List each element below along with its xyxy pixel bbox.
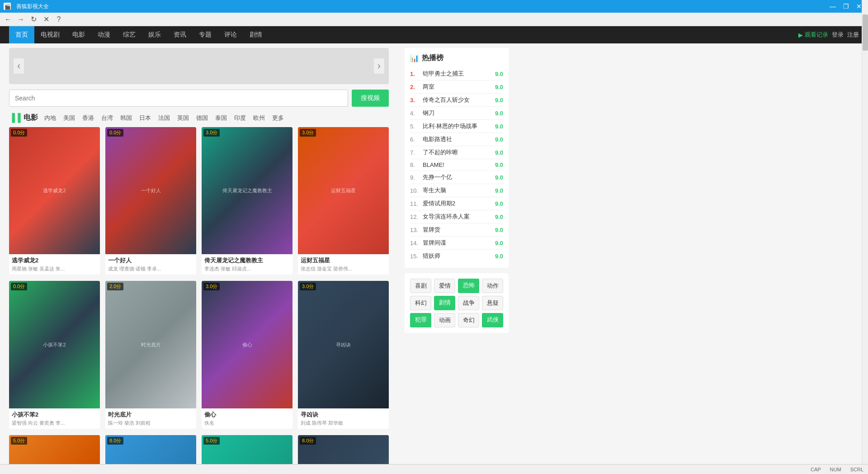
status-cap: CAP [811, 467, 821, 472]
search-bar: 搜视频 [9, 90, 389, 107]
genre-grid: 喜剧 爱情 恐怖 动作 科幻 剧情 战争 悬疑 犯罪 动画 奇幻 武侠 [410, 279, 503, 327]
hot-item-10[interactable]: 10. 寄生大脑 9.0 [410, 184, 503, 197]
nav-item-review[interactable]: 评论 [218, 26, 243, 43]
hot-item-13[interactable]: 13. 冒牌货 9.0 [410, 223, 503, 237]
poster-5: 小孩不笨2 [9, 281, 100, 408]
poster-6: 时光底片 [105, 281, 196, 408]
nav-item-movie[interactable]: 电影 [66, 26, 91, 43]
genre-scifi[interactable]: 科幻 [410, 296, 431, 310]
filter-tw[interactable]: 台湾 [99, 114, 115, 123]
filter-eu[interactable]: 欧州 [251, 114, 267, 123]
watch-history-link[interactable]: ▶ 观看记录 [798, 31, 828, 39]
filter-kr[interactable]: 韩国 [118, 114, 134, 123]
movie-card-5[interactable]: 小孩不笨2 0.0分 小孩不笨2 梁智强 向云 黄奕奥 李... [9, 281, 100, 428]
status-bar: CAP NUM SCRL [0, 464, 868, 474]
movie-actors-5: 梁智强 向云 黄奕奥 李... [12, 420, 97, 427]
genre-horror[interactable]: 恐怖 [458, 279, 479, 293]
poster-1: 逃学威龙2 [9, 127, 100, 254]
hot-item-5[interactable]: 5. 比利·林恩的中场战事 9.0 [410, 120, 503, 133]
login-link[interactable]: 登录 [832, 31, 844, 39]
refresh-button[interactable]: ↻ [29, 15, 38, 24]
carousel-prev-button[interactable]: ‹ [14, 58, 24, 74]
movie-card-4[interactable]: 运财五福星 3.0分 运财五福星 张志信 游金宝 苗侨伟... [298, 127, 389, 275]
hot-rank-6: 6. [410, 136, 423, 143]
movie-card-6[interactable]: 时光底片 2.0分 时光底片 陈一玲 柴浩 刘前程 [105, 281, 196, 428]
hot-item-1[interactable]: 1. 铠甲勇士之捕王 9.0 [410, 67, 503, 81]
hot-item-6[interactable]: 6. 电影路透社 9.0 [410, 133, 503, 146]
search-input[interactable] [9, 90, 348, 107]
genre-war[interactable]: 战争 [458, 296, 479, 310]
nav-item-entertainment[interactable]: 娱乐 [142, 26, 167, 43]
back-button[interactable]: ← [4, 15, 13, 24]
filter-th[interactable]: 泰国 [213, 114, 229, 123]
movie-title-7: 偷心 [204, 411, 290, 419]
filter-mainland[interactable]: 内地 [42, 114, 58, 123]
nav-item-home[interactable]: 首页 [9, 26, 34, 43]
genre-crime[interactable]: 犯罪 [410, 313, 431, 327]
movie-title-3: 倚天屠龙记之魔教教主 [204, 256, 290, 265]
hot-score-7: 9.0 [495, 149, 503, 156]
nav-item-tv[interactable]: 电视剧 [34, 26, 66, 43]
genre-action[interactable]: 动作 [482, 279, 503, 293]
movie-score-10: 8.0分 [107, 437, 123, 445]
forward-button[interactable]: → [16, 15, 25, 24]
register-link[interactable]: 注册 [847, 31, 859, 39]
genre-drama[interactable]: 剧情 [434, 296, 455, 310]
movie-score-3: 3.0分 [203, 129, 220, 137]
hot-item-11[interactable]: 11. 爱情试用期2 9.0 [410, 197, 503, 210]
hot-chart: 📊 热播榜 1. 铠甲勇士之捕王 9.0 2. 两室 9.0 3. 传奇之百人斩… [405, 48, 509, 268]
genre-fantasy[interactable]: 奇幻 [458, 313, 479, 327]
restore-button[interactable]: ❐ [840, 2, 852, 11]
genre-wuxia[interactable]: 武侠 [482, 313, 503, 327]
hot-item-4[interactable]: 4. 钢刀 9.0 [410, 107, 503, 120]
hot-item-15[interactable]: 15. 猎妖师 9.0 [410, 250, 503, 262]
hot-item-3[interactable]: 3. 传奇之百人斩少女 9.0 [410, 94, 503, 107]
movie-actors-2: 成龙 理查德·诺顿 李卓... [108, 265, 193, 272]
hot-item-9[interactable]: 9. 先挣一个亿 9.0 [410, 171, 503, 184]
hot-item-12[interactable]: 12. 女导演连环杀人案 9.0 [410, 210, 503, 223]
window-controls: — ❐ ✕ [827, 2, 864, 11]
hot-name-11: 爱情试用期2 [423, 199, 495, 208]
movie-card-2[interactable]: 一个好人 0.0分 一个好人 成龙 理查德·诺顿 李卓... [105, 127, 196, 275]
genre-mystery[interactable]: 悬疑 [482, 296, 503, 310]
movie-card-7[interactable]: 偷心 3.0分 偷心 佚名 [202, 281, 292, 428]
genre-comedy[interactable]: 喜剧 [410, 279, 431, 293]
filter-de[interactable]: 德国 [194, 114, 210, 123]
help-button[interactable]: ? [54, 15, 63, 24]
hot-rank-9: 9. [410, 174, 423, 181]
nav-item-news[interactable]: 资讯 [167, 26, 193, 43]
nav-item-special[interactable]: 专题 [193, 26, 218, 43]
hot-item-14[interactable]: 14. 冒牌间谍 9.0 [410, 237, 503, 250]
movie-filter-links: 内地 美国 香港 台湾 韩国 日本 法国 英国 德国 泰国 印度 欧州 更多 [42, 114, 286, 123]
scroll-thumb[interactable] [863, 14, 868, 51]
movie-card-8[interactable]: 寻凶诀 3.0分 寻凶诀 刘成 陈伟琴 郑华敢 [298, 281, 389, 428]
filter-uk[interactable]: 英国 [175, 114, 191, 123]
hot-item-2[interactable]: 2. 两室 9.0 [410, 81, 503, 94]
filter-jp[interactable]: 日本 [137, 114, 153, 123]
filter-hk[interactable]: 香港 [80, 114, 96, 123]
hot-item-7[interactable]: 7. 了不起的咔嚓 9.0 [410, 146, 503, 159]
movie-card-3[interactable]: 倚天屠龙记之魔教教主 3.0分 倚天屠龙记之魔教教主 李连杰 张敏 邱淑贞... [202, 127, 292, 275]
search-button[interactable]: 搜视频 [352, 90, 389, 107]
scrollbar[interactable] [862, 0, 868, 474]
hot-item-8[interactable]: 8. BLAME! 9.0 [410, 159, 503, 171]
filter-fr[interactable]: 法国 [156, 114, 172, 123]
genre-romance[interactable]: 爱情 [434, 279, 455, 293]
genre-animation[interactable]: 动画 [434, 313, 455, 327]
hot-score-10: 9.0 [495, 187, 503, 194]
hot-name-12: 女导演连环杀人案 [423, 213, 495, 221]
hot-name-7: 了不起的咔嚓 [423, 148, 495, 156]
title-bar: 🎬 善狐影视大全 — ❐ ✕ [0, 0, 868, 13]
nav-item-plot[interactable]: 剧情 [243, 26, 269, 43]
minimize-button[interactable]: — [827, 2, 839, 11]
nav-item-anime[interactable]: 动漫 [91, 26, 117, 43]
filter-usa[interactable]: 美国 [61, 114, 77, 123]
nav-item-variety[interactable]: 综艺 [117, 26, 142, 43]
carousel-next-button[interactable]: › [374, 58, 384, 74]
filter-more[interactable]: 更多 [270, 114, 286, 123]
toolbar: ← → ↻ ✕ ? [0, 13, 868, 26]
movie-card-1[interactable]: 逃学威龙2 0.0分 逃学威龙2 周星驰 张敏 吴孟达 朱... [9, 127, 100, 275]
filter-in[interactable]: 印度 [232, 114, 248, 123]
movie-title-1: 逃学威龙2 [12, 256, 97, 265]
stop-button[interactable]: ✕ [42, 15, 51, 24]
